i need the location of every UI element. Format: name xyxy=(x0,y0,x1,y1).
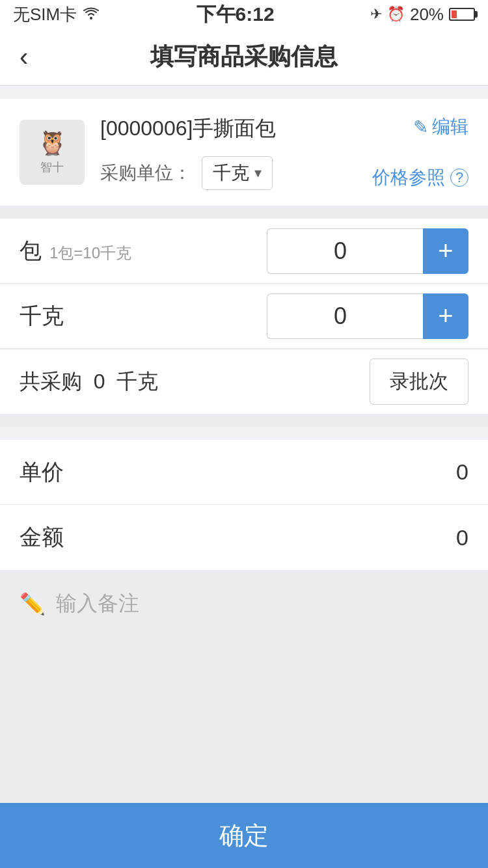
price-ref-button[interactable]: 价格参照 ? xyxy=(372,165,468,190)
kg-input-right: + xyxy=(267,293,468,339)
kg-label: 千克 xyxy=(20,301,267,331)
unit-price-row: 单价 0 xyxy=(0,440,488,505)
unit-price-value: 0 xyxy=(456,459,468,485)
back-button[interactable]: ‹ xyxy=(20,36,41,78)
kg-quantity-input[interactable] xyxy=(267,293,423,339)
section-divider-1 xyxy=(0,206,488,219)
record-batch-button[interactable]: 录批次 xyxy=(370,359,468,405)
kg-plus-button[interactable]: + xyxy=(423,293,468,339)
kg-input-row: 千克 + xyxy=(0,284,488,349)
bao-sublabel: 1包=10千克 xyxy=(49,243,131,264)
status-right: ✈ ⏰ 20% xyxy=(370,5,475,25)
product-image: 🦉 智十 xyxy=(20,120,85,185)
status-left: 无SIM卡 xyxy=(13,3,100,26)
info-section: 单价 0 金额 0 xyxy=(0,440,488,570)
edit-icon: ✎ xyxy=(413,116,428,138)
location-icon: ✈ xyxy=(370,6,382,23)
wifi-icon xyxy=(82,5,100,25)
product-image-text: 智十 xyxy=(40,159,64,175)
bao-input-row: 包 1包=10千克 + xyxy=(0,219,488,284)
amount-value: 0 xyxy=(456,525,468,550)
unit-price-label: 单价 xyxy=(20,457,64,487)
bao-label: 包 1包=10千克 xyxy=(20,236,267,266)
unit-select[interactable]: 千克 ▾ xyxy=(202,156,273,190)
total-value: 0 xyxy=(94,370,105,393)
bao-input-right: + xyxy=(267,228,468,274)
status-bar: 无SIM卡 下午6:12 ✈ ⏰ 20% xyxy=(0,0,488,29)
unit-label: 采购单位： xyxy=(100,161,191,185)
status-time: 下午6:12 xyxy=(197,1,275,28)
bao-quantity-input[interactable] xyxy=(267,228,423,274)
edit-button[interactable]: ✎ 编辑 xyxy=(413,115,468,139)
product-logo: 🦉 xyxy=(38,129,67,157)
edit-label: 编辑 xyxy=(432,115,468,139)
bao-label-text: 包 xyxy=(20,236,42,266)
product-card: 🦉 智十 [0000006]手撕面包 采购单位： 千克 ▾ ✎ 编辑 价格参照 … xyxy=(0,99,488,206)
svg-point-0 xyxy=(90,17,92,20)
section-divider-2 xyxy=(0,414,488,427)
amount-label: 金额 xyxy=(20,522,64,552)
note-section[interactable]: ✏️ 输入备注 xyxy=(0,570,488,638)
input-section: 包 1包=10千克 + 千克 + xyxy=(0,219,488,349)
bao-plus-button[interactable]: + xyxy=(423,228,468,274)
page-title: 填写商品采购信息 xyxy=(150,41,338,73)
total-prefix: 共采购 xyxy=(20,370,82,393)
carrier-text: 无SIM卡 xyxy=(13,3,77,26)
battery-icon xyxy=(449,8,475,21)
alarm-icon: ⏰ xyxy=(387,6,405,23)
unit-dropdown-arrow: ▾ xyxy=(254,165,262,182)
battery-text: 20% xyxy=(410,5,444,25)
amount-row: 金额 0 xyxy=(0,505,488,570)
confirm-button[interactable]: 确定 xyxy=(0,803,488,868)
total-text: 共采购 0 千克 xyxy=(20,368,158,396)
kg-label-text: 千克 xyxy=(20,301,64,331)
total-row: 共采购 0 千克 录批次 xyxy=(0,349,488,414)
price-ref-label: 价格参照 xyxy=(372,165,445,190)
nav-bar: ‹ 填写商品采购信息 xyxy=(0,29,488,86)
unit-value: 千克 xyxy=(213,161,249,185)
pencil-icon: ✏️ xyxy=(20,591,46,616)
total-unit: 千克 xyxy=(116,370,158,393)
info-icon: ? xyxy=(450,169,468,187)
note-placeholder: 输入备注 xyxy=(56,590,139,618)
